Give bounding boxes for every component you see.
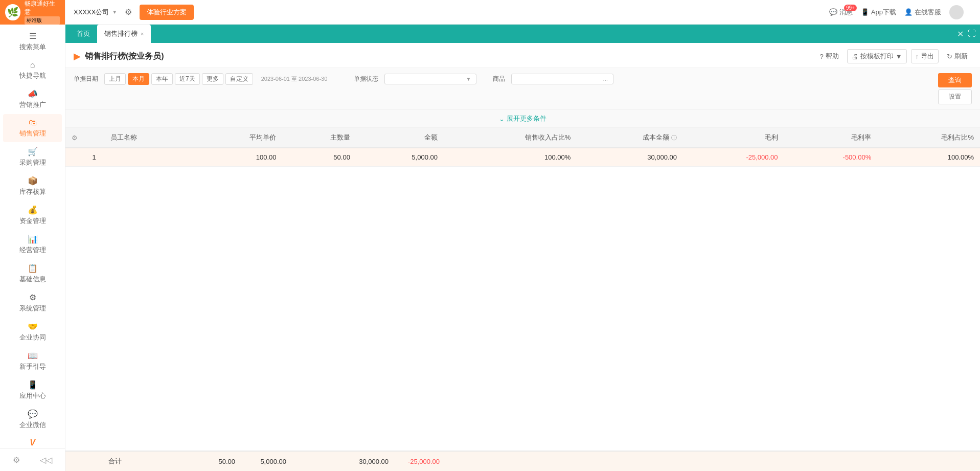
row-profit: -25,000.00 [683,148,784,167]
sidebar-item-apps[interactable]: 📱 应用中心 [3,376,62,405]
apps-icon: 📱 [28,380,38,390]
sidebar-item-label: 资金管理 [19,216,46,226]
logo-text: 畅康通好生意 标准版 [25,0,60,24]
page-header: ▶ 销售排行榜(按业务员) ? 帮助 🖨 按模板打印 ▼ ↑ 导出 [65,43,980,68]
export-button[interactable]: ↑ 导出 [911,49,939,63]
cost-info-icon[interactable]: ⓘ [671,134,677,141]
col-profit: 毛利 [683,128,784,148]
tab-bar: 首页 销售排行榜 × ✕ ⛶ [65,25,980,43]
message-button[interactable]: 💬 消息 99+ [829,8,853,17]
page-actions: ? 帮助 🖨 按模板打印 ▼ ↑ 导出 ↻ 刷新 [815,49,972,63]
refresh-button[interactable]: ↻ 刷新 [943,50,972,63]
trial-button[interactable]: 体验行业方案 [140,5,194,20]
tab-expand-icon[interactable]: ⛶ [968,29,976,39]
logo-tag: 标准版 [25,16,60,25]
operations-icon: 📊 [28,234,38,244]
online-service-button[interactable]: 👤 在线客服 [904,8,941,17]
row-qty: 50.00 [282,148,356,167]
sidebar-item-wechat[interactable]: 💬 企业微信 [3,405,62,434]
download-icon: 📱 [861,8,869,16]
sidebar-item-member[interactable]: V 畅会员 [3,434,62,448]
tab-sales-ranking[interactable]: 销售排行榜 × [97,25,151,43]
settings-bottom-icon[interactable]: ⚙ [11,453,22,467]
more-button[interactable]: 更多 [202,73,223,85]
help-button[interactable]: ? 帮助 [815,50,842,63]
goods-select[interactable]: … [511,74,613,84]
current-month-button[interactable]: 本月 [128,73,149,85]
expand-more-icon: ⌄ [499,115,505,123]
service-label: 在线客服 [915,8,941,17]
sidebar-item-label: 搜索菜单 [19,42,46,52]
current-year-button[interactable]: 本年 [151,73,173,85]
status-select[interactable]: ▼ [384,74,476,84]
basic-icon: 📋 [28,263,38,273]
sidebar-logo: 🌿 畅康通好生意 标准版 [0,0,65,25]
company-settings-button[interactable]: ⚙ [121,5,135,19]
col-rank [84,128,104,148]
print-label: 按模板打印 [860,52,894,61]
company-name: XXXXX公司 [74,8,109,17]
tab-close-icon[interactable]: × [141,31,144,37]
row-settings-col[interactable] [65,148,84,167]
sidebar-item-collab[interactable]: 🤝 企业协同 [3,318,62,346]
sidebar-item-label: 销售管理 [19,129,46,138]
sidebar-item-operations[interactable]: 📊 经营管理 [3,230,62,259]
logo-title: 畅康通好生意 [25,0,60,16]
sidebar-item-search[interactable]: ☰ 搜索菜单 [3,27,62,56]
service-icon: 👤 [904,8,913,16]
footer-cost: 30,000.00 [344,458,395,465]
collab-icon: 🤝 [28,322,38,331]
sidebar-nav: ☰ 搜索菜单 ⌂ 快捷导航 📣 营销推广 🛍 销售管理 🛒 采购管理 📦 库存核… [0,25,65,448]
footer-amount: 5,000.00 [241,458,292,465]
sidebar-item-label: 库存核算 [19,187,46,196]
footer-label: 合计 [108,457,159,466]
search-icon: ☰ [29,31,36,41]
company-selector[interactable]: XXXXX公司 ▼ [74,8,117,17]
goods-label: 商品 [493,75,505,83]
goods-arrow-icon: … [603,76,608,82]
refresh-label: 刷新 [954,52,968,61]
sidebar-item-system[interactable]: ⚙ 系统管理 [3,288,62,317]
custom-button[interactable]: 自定义 [225,73,253,85]
tab-home-label: 首页 [77,29,90,38]
collapse-sidebar-icon[interactable]: ◁◁ [38,453,54,467]
recent7-button[interactable]: 近7天 [175,73,200,85]
col-settings[interactable]: ⚙ [65,128,84,148]
tab-close-all-icon[interactable]: ✕ [957,29,964,39]
sidebar-item-inventory[interactable]: 📦 库存核算 [3,172,62,200]
table-container: ⚙ 员工名称 平均单价 主数量 全额 销售收入占比% 成本全额 ⓘ 毛利 毛利率 [65,128,980,451]
table-body: 1 100.00 50.00 5,000.00 100.00% 30,000.0… [65,148,980,167]
sidebar-item-label: 基础信息 [19,275,46,284]
expand-more-conditions[interactable]: ⌄ 展开更多条件 [65,110,980,128]
sidebar-item-finance[interactable]: 💰 资金管理 [3,201,62,230]
sidebar-item-guide[interactable]: 📖 新手引导 [3,347,62,375]
print-arrow-icon: ▼ [896,53,902,60]
status-arrow-icon: ▼ [466,76,471,82]
query-button[interactable]: 查询 [938,73,972,87]
date-label: 单据日期 [74,75,98,83]
avatar[interactable] [949,5,964,19]
prev-month-button[interactable]: 上月 [104,73,126,85]
date-range-display: 2023-06-01 至 2023-06-30 [261,75,328,83]
app-download-button[interactable]: 📱 App下载 [861,8,896,17]
print-button[interactable]: 🖨 按模板打印 ▼ [847,49,907,63]
sidebar-item-quick[interactable]: ⌂ 快捷导航 [3,56,62,84]
logo-icon: 🌿 [5,4,20,20]
sidebar-item-label: 经营管理 [19,245,46,255]
sidebar-item-basic[interactable]: 📋 基础信息 [3,259,62,288]
help-icon: ? [819,53,823,60]
expand-arrow-icon[interactable]: ▶ [74,51,81,62]
sidebar-item-marketing[interactable]: 📣 营销推广 [3,85,62,114]
print-icon: 🖨 [852,53,858,60]
member-icon: V [30,438,35,447]
filter-settings-button[interactable]: 设置 [938,89,972,104]
table-row: 1 100.00 50.00 5,000.00 100.00% 30,000.0… [65,148,980,167]
footer-qty: 50.00 [200,458,241,465]
sidebar-item-label: 采购管理 [19,158,46,167]
tab-home[interactable]: 首页 [70,25,97,43]
col-amount: 全额 [356,128,444,148]
inventory-icon: 📦 [28,176,38,186]
sidebar-item-purchase[interactable]: 🛒 采购管理 [3,143,62,171]
top-header: XXXXX公司 ▼ ⚙ 体验行业方案 💬 消息 99+ 📱 App下载 👤 在线… [65,0,980,25]
sidebar-item-sales[interactable]: 🛍 销售管理 [3,114,62,142]
